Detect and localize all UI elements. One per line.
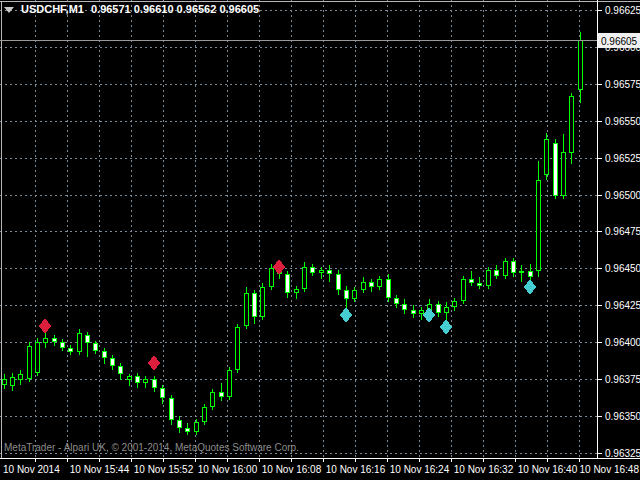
candle-body-bear-fill (478, 284, 481, 285)
candle-body-bear-fill (86, 336, 89, 342)
candle-body-bear-fill (53, 339, 56, 341)
candle (143, 376, 148, 388)
grid-lines (0, 0, 597, 458)
candle (135, 373, 140, 388)
price-axis-label: 0.96450 (605, 263, 640, 274)
time-axis-label: 10 Nov 16:32 (454, 464, 514, 475)
candle (553, 139, 558, 199)
candle-body-bear-fill (337, 275, 340, 289)
candle-body-bear-fill (387, 280, 390, 297)
candle-body-bear-fill (186, 429, 189, 431)
time-axis-label: 10 Nov 16:00 (198, 464, 258, 475)
candle-body-bull-fill (545, 140, 548, 174)
candle-body-bear-fill (61, 343, 64, 347)
candle (10, 373, 15, 391)
candle-body-bull-fill (303, 268, 306, 288)
time-axis-label: 10 Nov 16:48 (580, 464, 640, 475)
candle-body-bear-fill (403, 305, 406, 309)
chart-title-bar: USDCHF,M1 0.96571 0.96610 0.96562 0.9660… (4, 3, 259, 15)
candle (185, 423, 190, 435)
candle-body-bear-fill (136, 377, 139, 382)
candle (544, 133, 549, 180)
candle-body-bull-fill (44, 339, 47, 342)
price-axis-label: 0.96400 (605, 337, 640, 348)
candle-body-bull-fill (378, 280, 381, 286)
candle-body-bull-fill (462, 280, 465, 300)
chart-dropdown-icon[interactable] (4, 7, 14, 13)
candle (93, 341, 98, 354)
candle (160, 385, 165, 404)
axis-borders (0, 0, 640, 459)
candle (569, 93, 574, 164)
candle (394, 295, 399, 308)
candle (18, 370, 23, 385)
candle (77, 329, 82, 355)
candle-body-bear-fill (395, 299, 398, 303)
candle (210, 389, 215, 410)
bid-price-tag-label: 0.96605 (601, 36, 638, 47)
sell-signal-diamond-icon (148, 355, 160, 371)
candle-body-bear-fill (328, 271, 331, 273)
candle-body-bull-fill (211, 393, 214, 406)
buy-signal-diamond-icon (440, 319, 452, 335)
time-axis-label: 10 Nov 15:52 (134, 464, 194, 475)
candle (152, 376, 157, 392)
candle-body-bull-fill (320, 271, 323, 272)
candle (110, 355, 115, 370)
candle (411, 305, 416, 318)
candle-body-bull-fill (579, 41, 582, 89)
candle (503, 258, 508, 279)
candle (469, 271, 474, 286)
candle (302, 262, 307, 292)
candle-body-bull-fill (445, 308, 448, 312)
time-axis-label: 10 Nov 16:40 (518, 464, 578, 475)
candle (319, 267, 324, 279)
price-axis-label: 0.96550 (605, 116, 640, 127)
candle-body-bull-fill (295, 290, 298, 292)
chart-canvas[interactable]: 0.966250.966000.965750.965500.965250.965… (0, 0, 640, 480)
chart-ohlc-readout: 0.96571 0.96610 0.96562 0.96605 (91, 3, 259, 15)
price-axis-label: 0.96500 (605, 190, 640, 201)
time-axis-label: 10 Nov 16:16 (326, 464, 386, 475)
candle-body-bull-fill (228, 371, 231, 396)
price-axis-label: 0.96625 (605, 5, 640, 16)
candle-body-bull-fill (128, 377, 131, 379)
price-axis[interactable]: 0.966250.966000.965750.965500.965250.965… (597, 5, 640, 459)
candle (169, 395, 174, 425)
candle-body-bull-fill (261, 288, 264, 316)
candle (369, 279, 374, 292)
price-axis-label: 0.96475 (605, 226, 640, 237)
candle-body-bull-fill (362, 283, 365, 289)
candle (260, 283, 265, 320)
time-axis-label: 10 Nov 15:44 (70, 464, 130, 475)
candle (361, 277, 366, 293)
candle (85, 332, 90, 357)
candle-body-bear-fill (311, 268, 314, 272)
price-axis-label: 0.96575 (605, 79, 640, 90)
candle (235, 324, 240, 373)
candle-body-bull-fill (144, 380, 147, 382)
candle (477, 277, 482, 289)
candle (27, 342, 32, 382)
candle-body-bear-fill (286, 275, 289, 292)
buy-signal-diamond-icon (423, 307, 435, 323)
candle-body-bull-fill (504, 262, 507, 275)
candle-body-bull-fill (3, 380, 6, 384)
time-axis[interactable]: 10 Nov 201410 Nov 15:4410 Nov 15:5210 No… (3, 459, 639, 475)
candle (35, 338, 40, 376)
candle (118, 363, 123, 380)
candle (102, 348, 107, 364)
candle (352, 287, 357, 302)
candle-body-bear-fill (554, 144, 557, 195)
candle-body-bull-fill (36, 343, 39, 372)
candle (43, 333, 48, 348)
candle (244, 287, 249, 329)
price-axis-label: 0.96325 (605, 448, 640, 459)
time-axis-label: 10 Nov 16:24 (390, 464, 450, 475)
candle (194, 419, 199, 435)
candle-body-bear-fill (153, 380, 156, 387)
candle (419, 307, 424, 320)
candle-body-bull-fill (11, 378, 14, 385)
candle-body-bear-fill (94, 344, 97, 350)
candle (486, 267, 491, 289)
